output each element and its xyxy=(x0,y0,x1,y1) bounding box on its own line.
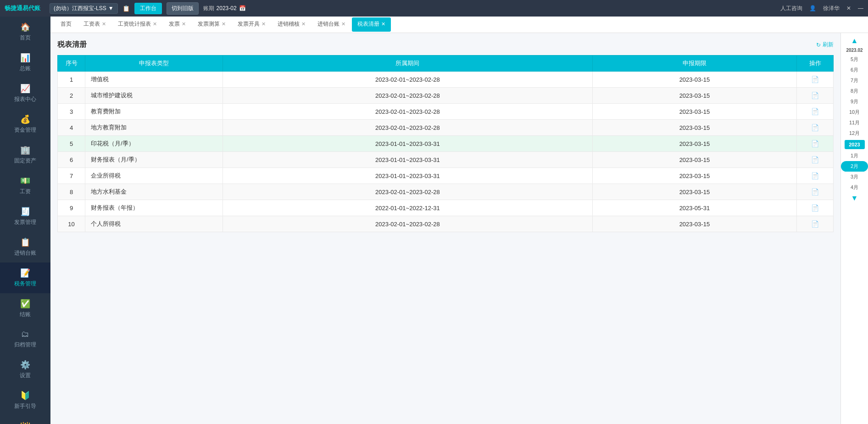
table-row: 10 个人所得税 2023-02-01~2023-02-28 2023-03-1… xyxy=(58,216,834,232)
cell-period: 2023-01-01~2023-03-31 xyxy=(223,168,593,184)
salary-icon: 💵 xyxy=(20,176,30,186)
sidebar-item-salary[interactable]: 💵 工资 xyxy=(0,170,50,201)
month-7[interactable]: 7月 xyxy=(841,75,868,86)
action-doc-icon[interactable]: 📄 xyxy=(811,204,819,212)
cell-action[interactable]: 📄 xyxy=(797,104,834,120)
tab-salary-report[interactable]: 工资统计报表 ✕ xyxy=(112,17,162,32)
year-month-down-arrow[interactable]: ▼ xyxy=(850,193,860,204)
workbench-button[interactable]: 工作台 xyxy=(134,3,162,14)
month-5[interactable]: 5月 xyxy=(841,54,868,65)
action-doc-icon[interactable]: 📄 xyxy=(811,140,819,147)
sidebar-item-guide[interactable]: 🔰 新手引导 xyxy=(0,385,50,416)
tab-purchase-ledger[interactable]: 进销台账 ✕ xyxy=(312,17,351,32)
cell-type: 教育费附加 xyxy=(85,104,223,120)
tab-salary-report-close[interactable]: ✕ xyxy=(153,21,157,27)
month-2-active[interactable]: 2月 xyxy=(841,161,868,172)
cell-action[interactable]: 📄 xyxy=(797,216,834,232)
cell-period: 2023-02-01~2023-02-28 xyxy=(223,120,593,136)
tab-invoice-close[interactable]: ✕ xyxy=(182,21,186,27)
username: 徐泽华 xyxy=(823,5,840,12)
main-panel: 税表清册 ↻ 刷新 序号 申报表类型 所属期间 申报期限 操作 xyxy=(50,33,840,424)
sidebar-item-settings[interactable]: ⚙️ 设置 xyxy=(0,354,50,385)
tab-home[interactable]: 首页 xyxy=(55,17,77,32)
cell-action[interactable]: 📄 xyxy=(797,88,834,104)
action-doc-icon[interactable]: 📄 xyxy=(811,124,819,131)
tab-purchase-check[interactable]: 进销稽核 ✕ xyxy=(272,17,311,32)
cell-deadline: 2023-03-15 xyxy=(592,168,796,184)
action-doc-icon[interactable]: 📄 xyxy=(811,172,819,179)
sidebar-item-archive[interactable]: 🗂 归档管理 xyxy=(0,324,50,354)
cell-action[interactable]: 📄 xyxy=(797,200,834,216)
tab-invoice-open-close[interactable]: ✕ xyxy=(262,21,266,27)
tab-purchase-ledger-close[interactable]: ✕ xyxy=(341,21,345,27)
month-9[interactable]: 9月 xyxy=(841,96,868,107)
cell-deadline: 2023-03-15 xyxy=(592,136,796,152)
month-1[interactable]: 1月 xyxy=(841,151,868,161)
tax-table: 序号 申报表类型 所属期间 申报期限 操作 1 增值税 2023-02-01~2… xyxy=(57,55,834,232)
tab-invoice-open[interactable]: 发票开具 ✕ xyxy=(232,17,271,32)
table-row: 1 增值税 2023-02-01~2023-02-28 2023-03-15 📄 xyxy=(58,72,834,88)
cell-action[interactable]: 📄 xyxy=(797,168,834,184)
sidebar-item-ledger[interactable]: 📊 总账 xyxy=(0,47,50,78)
cell-type: 增值税 xyxy=(85,72,223,88)
month-4[interactable]: 4月 xyxy=(841,182,868,193)
sidebar-item-purchase[interactable]: 📋 进销台账 xyxy=(0,232,50,262)
sidebar: 🏠 首页 📊 总账 📈 报表中心 💰 资金管理 🏢 固定资产 💵 工资 🧾 发票… xyxy=(0,17,50,424)
refresh-button[interactable]: ↻ 刷新 xyxy=(816,41,834,49)
year-2023-badge: 2023 xyxy=(845,140,865,149)
close-icon[interactable]: ✕ xyxy=(846,5,851,11)
action-doc-icon[interactable]: 📄 xyxy=(811,220,819,228)
report-icon: 📈 xyxy=(20,84,30,94)
cell-action[interactable]: 📄 xyxy=(797,120,834,136)
sidebar-item-report[interactable]: 📈 报表中心 xyxy=(0,78,50,109)
cell-no: 8 xyxy=(58,184,85,200)
sidebar-item-assets[interactable]: 🏢 固定资产 xyxy=(0,139,50,170)
action-doc-icon[interactable]: 📄 xyxy=(811,92,819,99)
cell-type: 企业所得税 xyxy=(85,168,223,184)
tab-salary[interactable]: 工资表 ✕ xyxy=(78,17,111,32)
sidebar-item-tax[interactable]: 📝 税务管理 xyxy=(0,262,50,293)
cell-action[interactable]: 📄 xyxy=(797,152,834,168)
company-selector[interactable]: (勿动）江西报宝-LSS ▼ xyxy=(50,3,118,14)
action-doc-icon[interactable]: 📄 xyxy=(811,156,819,163)
cell-action[interactable]: 📄 xyxy=(797,136,834,152)
year-month-up-arrow[interactable]: ▲ xyxy=(850,35,860,46)
sidebar-item-settlement[interactable]: ✅ 结账 xyxy=(0,293,50,324)
month-11[interactable]: 11月 xyxy=(841,117,868,128)
month-6[interactable]: 6月 xyxy=(841,65,868,75)
month-10[interactable]: 10月 xyxy=(841,107,868,117)
tab-tax-clearance[interactable]: 税表清册 ✕ xyxy=(352,17,391,32)
cell-type: 财务报表（月/季） xyxy=(85,152,223,168)
top-bar-right: 人工咨询 👤 徐泽华 ✕ — xyxy=(780,5,863,12)
tab-invoice-calc-close[interactable]: ✕ xyxy=(222,21,226,27)
cell-action[interactable]: 📄 xyxy=(797,72,834,88)
month-8[interactable]: 8月 xyxy=(841,86,868,96)
sidebar-item-fund[interactable]: 💰 资金管理 xyxy=(0,109,50,139)
month-12[interactable]: 12月 xyxy=(841,128,868,139)
action-doc-icon[interactable]: 📄 xyxy=(811,188,819,195)
tab-purchase-check-close[interactable]: ✕ xyxy=(301,21,306,27)
ai-consult-link[interactable]: 人工咨询 xyxy=(780,5,802,12)
user-avatar: 👤 xyxy=(809,5,816,11)
tab-tax-clearance-close[interactable]: ✕ xyxy=(381,21,385,27)
tab-invoice-calc[interactable]: 发票测算 ✕ xyxy=(192,17,231,32)
cell-period: 2023-01-01~2023-03-31 xyxy=(223,152,593,168)
assets-icon: 🏢 xyxy=(20,145,30,155)
action-doc-icon[interactable]: 📄 xyxy=(811,108,819,115)
period-display: 账期 2023-02 📅 xyxy=(203,5,246,12)
tab-salary-close[interactable]: ✕ xyxy=(102,21,106,27)
tab-invoice[interactable]: 发票 ✕ xyxy=(163,17,191,32)
action-doc-icon[interactable]: 📄 xyxy=(811,76,819,83)
cell-action[interactable]: 📄 xyxy=(797,184,834,200)
sidebar-item-invoice[interactable]: 🧾 发票管理 xyxy=(0,201,50,232)
tab-bar: 首页 工资表 ✕ 工资统计报表 ✕ 发票 ✕ 发票测算 ✕ 发票开具 ✕ xyxy=(50,17,868,33)
sidebar-item-home[interactable]: 🏠 首页 xyxy=(0,17,50,47)
home-icon: 🏠 xyxy=(20,22,30,32)
archive-icon: 🗂 xyxy=(21,329,29,339)
sidebar-item-member[interactable]: 👑 畅会员 xyxy=(0,416,50,424)
month-3[interactable]: 3月 xyxy=(841,172,868,182)
table-row: 8 地方水利基金 2023-02-01~2023-02-28 2023-03-1… xyxy=(58,184,834,200)
minimize-icon[interactable]: — xyxy=(858,5,863,11)
switch-old-button[interactable]: 切到旧版 xyxy=(167,2,199,15)
cell-period: 2023-02-01~2023-02-28 xyxy=(223,104,593,120)
